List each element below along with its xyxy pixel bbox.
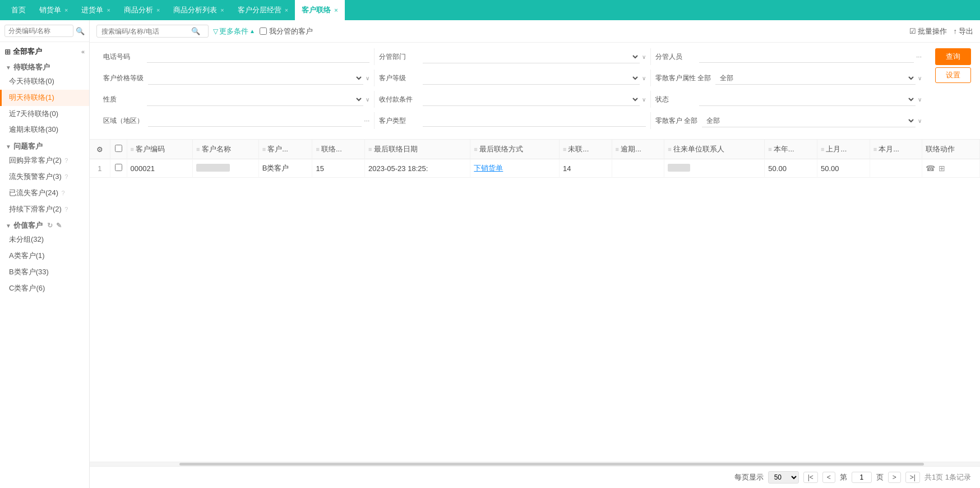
sidebar-item-today[interactable]: 今天待联络(0) xyxy=(0,73,89,90)
col-name-header[interactable]: 客户名称 xyxy=(193,140,259,159)
col-last-date-header[interactable]: 最后联络日期 xyxy=(365,140,470,159)
chevron-down-icon: ∨ xyxy=(918,75,922,81)
search-icon[interactable]: 🔍 xyxy=(191,27,200,35)
nav-customer-contact[interactable]: 客户联络 × xyxy=(295,0,344,20)
nav-sales-order[interactable]: 销货单 × xyxy=(33,0,75,20)
col-overdue-header[interactable]: 逾期... xyxy=(612,140,664,159)
filter-cell-dept: 分管部门 ∨ xyxy=(375,50,650,63)
sidebar-all-customers[interactable]: ⊞ 全部客户 « xyxy=(0,42,89,59)
help-icon[interactable]: ? xyxy=(64,206,68,213)
sidebar-item-churned[interactable]: 已流失客户(24) ? xyxy=(0,185,89,201)
horizontal-scrollbar[interactable] xyxy=(90,462,980,466)
filter-row-4: 区域（地区） ··· 客户类型 零散客户 全部 xyxy=(99,112,926,129)
page-size-select[interactable]: 50 100 200 xyxy=(768,471,799,484)
col-no-contact-header[interactable]: 未联... xyxy=(559,140,612,159)
nav-product-analysis-list[interactable]: 商品分析列表 × xyxy=(167,0,230,20)
sidebar-item-ungrouped[interactable]: 未分组(32) xyxy=(0,232,89,248)
sidebar-item-abnormal-repurchase[interactable]: 回购异常客户(2) ? xyxy=(0,153,89,169)
sidebar-item-7days[interactable]: 近7天待联络(0) xyxy=(0,106,89,122)
filter-cell-cust-type: 客户类型 xyxy=(375,115,650,127)
filter-label-scatter: 零散客户 全部 xyxy=(655,116,697,126)
filter-input-region[interactable] xyxy=(148,115,362,127)
nav-home[interactable]: 首页 xyxy=(4,0,33,20)
ellipsis-icon[interactable]: ··· xyxy=(916,53,922,61)
cell-index: 1 xyxy=(90,159,110,178)
col-contacts-header[interactable]: 联络... xyxy=(312,140,365,159)
prev-page-btn[interactable]: < xyxy=(822,472,835,483)
close-icon[interactable]: × xyxy=(220,7,224,13)
sidebar-item-tomorrow[interactable]: 明天待联络(1) xyxy=(0,90,89,106)
last-page-btn[interactable]: >| xyxy=(905,472,920,483)
top-nav: 首页 销货单 × 进货单 × 商品分析 × 商品分析列表 × 客户分层经营 × … xyxy=(0,0,980,20)
main-search-input[interactable] xyxy=(101,27,191,35)
sidebar-item-class-c[interactable]: C类客户(6) xyxy=(0,280,89,297)
sidebar-group-value[interactable]: ▼ 价值客户 ↻ ✎ xyxy=(0,217,89,232)
sidebar-item-overdue[interactable]: 逾期未联络(30) xyxy=(0,122,89,138)
search-icon[interactable]: 🔍 xyxy=(76,27,85,35)
more-conditions-btn[interactable]: ▽ 更多条件 ▲ xyxy=(213,26,255,36)
settings-button[interactable]: 设置 xyxy=(935,67,971,83)
col-settings[interactable]: ⚙ xyxy=(90,140,110,159)
collapse-icon[interactable]: « xyxy=(81,48,85,55)
first-page-btn[interactable]: |< xyxy=(803,472,818,483)
filter-select-nature[interactable] xyxy=(147,93,363,106)
filter-select-cust-level[interactable] xyxy=(423,72,639,85)
close-icon[interactable]: × xyxy=(64,7,68,13)
batch-ops-btn[interactable]: ☑ 批量操作 xyxy=(909,26,947,36)
page-number-input[interactable] xyxy=(852,472,872,483)
refresh-icon[interactable]: ↻ xyxy=(47,222,53,229)
filter-input-person[interactable] xyxy=(699,51,914,63)
cell-contacts: 15 xyxy=(312,159,365,178)
phone-icon[interactable]: ☎ xyxy=(926,164,935,173)
close-icon[interactable]: × xyxy=(285,7,288,13)
nav-customer-segment[interactable]: 客户分层经营 × xyxy=(231,0,295,20)
sidebar-group-problem[interactable]: ▼ 问题客户 xyxy=(0,138,89,153)
filter-select-scatter[interactable]: 全部 xyxy=(702,114,916,127)
ellipsis-icon[interactable]: ··· xyxy=(364,117,369,125)
sidebar-search-input[interactable] xyxy=(4,25,73,37)
sidebar-item-class-a[interactable]: A类客户(1) xyxy=(0,248,89,264)
triangle-icon: ▼ xyxy=(6,65,11,71)
filter-select-status[interactable] xyxy=(699,93,916,106)
last-method-link[interactable]: 下销货单 xyxy=(474,164,503,172)
filter-select-dept[interactable] xyxy=(423,50,639,63)
sidebar-group-pending[interactable]: ▼ 待联络客户 xyxy=(0,59,89,73)
my-customers-checkbox[interactable] xyxy=(260,27,267,35)
nav-purchase-order[interactable]: 进货单 × xyxy=(75,0,117,20)
col-this-month-header[interactable]: 本月... xyxy=(870,140,922,159)
check-all-checkbox[interactable] xyxy=(115,145,122,152)
col-last-month-header[interactable]: 上月... xyxy=(817,140,870,159)
help-icon[interactable]: ? xyxy=(64,157,68,164)
filter-select-scatter-attr[interactable]: 全部 xyxy=(715,72,916,85)
my-customers-checkbox-label[interactable]: 我分管的客户 xyxy=(260,26,313,36)
col-code-header[interactable]: 客户编码 xyxy=(127,140,193,159)
row-checkbox[interactable] xyxy=(115,164,122,171)
sidebar-item-class-b[interactable]: B类客户(33) xyxy=(0,264,89,280)
query-button[interactable]: 查询 xyxy=(935,48,971,65)
sidebar-item-churn-warning[interactable]: 流失预警客户(3) ? xyxy=(0,169,89,185)
col-last-method-header[interactable]: 最后联络方式 xyxy=(470,140,560,159)
cell-check[interactable] xyxy=(110,159,127,178)
sidebar-item-declining[interactable]: 持续下滑客户(2) ? xyxy=(0,201,89,218)
col-unit-contact-header[interactable]: 往来单位联系人 xyxy=(664,140,765,159)
filter-input-cust-type[interactable] xyxy=(423,115,645,127)
filter-select-payment[interactable] xyxy=(423,93,639,106)
help-icon[interactable]: ? xyxy=(64,173,68,180)
col-check-all[interactable] xyxy=(110,140,127,159)
close-icon[interactable]: × xyxy=(334,7,338,13)
filter-input-phone[interactable] xyxy=(147,51,369,63)
cell-last-method[interactable]: 下销货单 xyxy=(470,159,560,178)
export-btn[interactable]: ↑ 导出 xyxy=(954,26,974,36)
help-icon[interactable]: ? xyxy=(61,190,64,196)
close-icon[interactable]: × xyxy=(156,7,160,13)
col-this-year-header[interactable]: 本年... xyxy=(765,140,817,159)
close-icon[interactable]: × xyxy=(107,7,110,13)
cell-name[interactable] xyxy=(193,159,259,178)
grid-action-icon[interactable]: ⊞ xyxy=(939,164,945,173)
filter-select-price-level[interactable] xyxy=(148,72,363,85)
col-type-header[interactable]: 客户... xyxy=(258,140,312,159)
next-page-btn[interactable]: > xyxy=(888,472,901,483)
edit-icon[interactable]: ✎ xyxy=(56,222,62,229)
filter-cell-scatter: 零散客户 全部 全部 ∨ xyxy=(651,114,926,127)
nav-product-analysis[interactable]: 商品分析 × xyxy=(117,0,167,20)
